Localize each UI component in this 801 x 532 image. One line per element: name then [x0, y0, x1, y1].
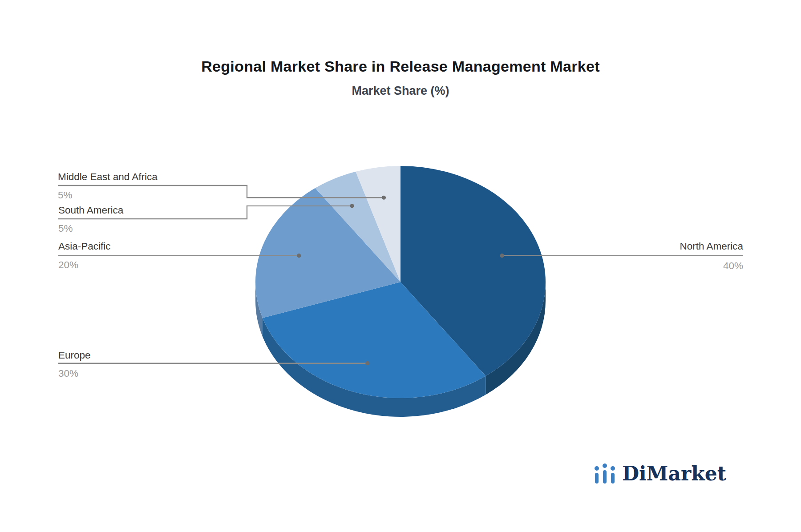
- leader-dot-middle-east-and-africa: [382, 196, 386, 200]
- slice-label-north-america: North America: [680, 241, 743, 252]
- leader-dot-europe: [365, 361, 369, 365]
- dimarket-logo: DiMarket: [593, 462, 726, 486]
- slice-value-europe: 30%: [58, 368, 78, 379]
- slice-label-middle-east-and-africa: Middle East and Africa: [58, 171, 158, 182]
- slice-label-asia-pacific: Asia-Pacific: [58, 241, 111, 252]
- leader-dot-south-america: [350, 204, 354, 208]
- slice-value-north-america: 40%: [723, 260, 743, 271]
- chart-canvas: Regional Market Share in Release Managem…: [0, 0, 801, 532]
- dimarket-wordmark: DiMarket: [622, 462, 726, 486]
- pie-chart: North America40%Europe30%Asia-Pacific20%…: [0, 0, 801, 532]
- dimarket-icon: [593, 462, 617, 486]
- slice-value-south-america: 5%: [58, 223, 73, 234]
- slice-label-europe: Europe: [58, 350, 91, 361]
- slice-label-south-america: South America: [58, 205, 124, 216]
- slice-value-middle-east-and-africa: 5%: [58, 189, 73, 201]
- leader-dot-asia-pacific: [297, 254, 301, 258]
- slice-value-asia-pacific: 20%: [58, 259, 78, 270]
- leader-dot-north-america: [500, 254, 504, 258]
